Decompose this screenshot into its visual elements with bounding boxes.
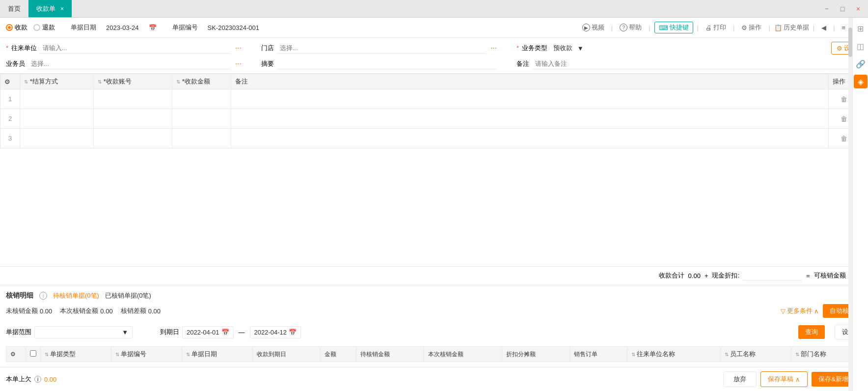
- print-button[interactable]: 🖨 打印: [703, 22, 729, 33]
- pending-tab[interactable]: 待核销单据(0笔): [53, 291, 99, 300]
- range-select[interactable]: ▼: [34, 326, 133, 338]
- more-conditions-button[interactable]: ▽ 更多条件 ∧: [781, 307, 819, 315]
- tab-home[interactable]: 首页: [0, 0, 28, 17]
- current-value: 0.00: [44, 376, 56, 383]
- help-button[interactable]: ? 帮助: [617, 22, 645, 33]
- sidebar-icon-attach[interactable]: 🔗: [854, 57, 868, 71]
- settlement-cell-3[interactable]: [20, 129, 94, 148]
- verify-col-type: ⇅ 单据类型: [41, 347, 111, 362]
- number-value: SK-20230324-001: [208, 24, 260, 31]
- remark-cell-1[interactable]: [231, 89, 829, 109]
- scrollbar[interactable]: [848, 18, 852, 391]
- col-account-header: ⇅ *收款账号: [94, 74, 172, 89]
- remark-cell-3[interactable]: [231, 129, 829, 148]
- staff-label: 业务员: [6, 59, 25, 68]
- remark-input[interactable]: [532, 58, 862, 69]
- keyboard-icon: ⌨: [659, 24, 668, 31]
- settlement-cell-1[interactable]: [20, 89, 94, 109]
- verify-col-date: ⇅ 单据日期: [182, 347, 252, 362]
- verify-col-number: ⇅ 单据编号: [111, 347, 182, 362]
- settlement-cell-2[interactable]: [20, 109, 94, 129]
- minimize-button[interactable]: －: [821, 3, 833, 15]
- form-row-1: * 往来单位 ··· 门店 ··· * 业务类型 预收款 ▼: [6, 42, 862, 55]
- tab-close-icon[interactable]: ×: [60, 5, 64, 12]
- amount-cell-1[interactable]: [172, 89, 231, 109]
- scrollbar-thumb[interactable]: [848, 28, 852, 57]
- form-area: * 往来单位 ··· 门店 ··· * 业务类型 预收款 ▼: [0, 38, 868, 74]
- sidebar-icon-active[interactable]: ◈: [854, 75, 868, 88]
- tab-receipt[interactable]: 收款单 ×: [28, 0, 72, 17]
- refund-radio[interactable]: 退款: [33, 23, 55, 32]
- form-row-2: 业务员 ··· 摘要 备注: [6, 58, 862, 69]
- staff-more-icon[interactable]: ···: [235, 59, 242, 68]
- account-cell-1[interactable]: [94, 89, 172, 109]
- counterpart-input[interactable]: [40, 43, 230, 54]
- query-button[interactable]: 查询: [798, 325, 825, 339]
- delete-icon-2[interactable]: 🗑: [841, 115, 847, 123]
- business-type-dropdown-icon[interactable]: ▼: [577, 45, 584, 52]
- row-num-2: 2: [0, 109, 20, 129]
- summary-input[interactable]: [277, 58, 497, 69]
- video-button[interactable]: ▶ 视频: [579, 22, 607, 33]
- window-close-button[interactable]: ×: [852, 3, 864, 15]
- main-content: 收款 退款 单据日期 2023-03-24 📅 单据编号 SK-20230324…: [0, 18, 868, 391]
- col-amount-header: ⇅ *收款金额: [172, 74, 231, 89]
- verify-col-this: 本次核销金额: [424, 347, 502, 362]
- print-icon: 🖨: [705, 24, 712, 31]
- operation-icon: ⚙: [741, 24, 747, 31]
- sidebar-icon-doc[interactable]: ◫: [854, 39, 868, 53]
- calendar-icon-end: 📅: [289, 329, 297, 336]
- date-picker-icon[interactable]: 📅: [149, 24, 157, 31]
- number-label: 单据编号: [172, 23, 198, 32]
- history-button[interactable]: 📋 历史单据: [774, 23, 809, 32]
- due-date-label: 到期日: [160, 328, 179, 336]
- delete-icon-1[interactable]: 🗑: [841, 95, 847, 103]
- layout-button[interactable]: ≡: [839, 23, 849, 32]
- delete-icon-3[interactable]: 🗑: [841, 135, 847, 142]
- due-date-start[interactable]: 2022-04-01 📅: [182, 326, 234, 338]
- tab-receipt-label: 收款单: [36, 4, 55, 13]
- verify-col-checkbox[interactable]: [26, 347, 41, 362]
- settings-gear-icon: ⚙: [837, 45, 842, 52]
- table-row: 2 🗑 ⊕: [0, 109, 868, 129]
- amount-cell-3[interactable]: [172, 129, 231, 148]
- discount-input[interactable]: [743, 271, 802, 280]
- top-toolbar: 收款 退款 单据日期 2023-03-24 📅 单据编号 SK-20230324…: [0, 18, 868, 38]
- col-settings-header[interactable]: ⚙: [0, 74, 20, 89]
- receipt-radio[interactable]: 收款: [6, 23, 27, 32]
- due-date-field: 到期日 2022-04-01 📅 — 2022-04-12 📅: [160, 326, 301, 338]
- account-cell-2[interactable]: [94, 109, 172, 129]
- account-cell-3[interactable]: [94, 129, 172, 148]
- verify-title: 核销明细: [6, 291, 33, 300]
- range-label: 单据范围: [6, 328, 31, 336]
- verify-info-icon[interactable]: i: [39, 292, 47, 300]
- due-date-end[interactable]: 2022-04-12 📅: [250, 326, 301, 338]
- nav-left-button[interactable]: ◀: [818, 23, 829, 32]
- maximize-button[interactable]: □: [837, 3, 848, 15]
- summary-label: 摘要: [261, 59, 274, 68]
- staff-input[interactable]: [28, 58, 230, 69]
- footer-right: 放弃 保存草稿 ∧ 保存&新增 ∧: [723, 371, 862, 387]
- amount-cell-2[interactable]: [172, 109, 231, 129]
- store-input[interactable]: [277, 43, 486, 54]
- save-draft-chevron[interactable]: ∧: [795, 376, 800, 383]
- save-draft-button[interactable]: 保存草稿 ∧: [760, 371, 808, 387]
- verify-section: 核销明细 i 待核销单据(0笔) 已核销单据(0笔) 未核销金额 0.00 本次…: [0, 284, 868, 367]
- shortcut-button[interactable]: ⌨ 快捷键: [654, 22, 693, 33]
- verify-col-amount: 金额: [320, 347, 356, 362]
- verify-col-counterpart: ⇅ 往来单位名称: [627, 347, 720, 362]
- business-type-value: 预收款: [553, 44, 572, 53]
- verify-header: 核销明细 i 待核销单据(0笔) 已核销单据(0笔): [6, 291, 862, 300]
- operation-button[interactable]: ⚙ 操作: [738, 22, 764, 33]
- abandon-button[interactable]: 放弃: [723, 371, 757, 387]
- remark-cell-2[interactable]: [231, 109, 829, 129]
- sidebar-icon-table[interactable]: ⊞: [854, 22, 868, 35]
- verify-col-staff: ⇅ 员工名称: [721, 347, 791, 362]
- range-dropdown-icon: ▼: [122, 329, 128, 336]
- store-more-icon[interactable]: ···: [490, 44, 497, 53]
- select-all-checkbox[interactable]: [30, 350, 36, 357]
- verify-col-settings[interactable]: ⚙: [6, 347, 26, 362]
- total-value: 0.00: [688, 272, 701, 279]
- done-tab[interactable]: 已核销单据(0笔): [105, 291, 151, 300]
- counterpart-more-icon[interactable]: ···: [235, 44, 242, 53]
